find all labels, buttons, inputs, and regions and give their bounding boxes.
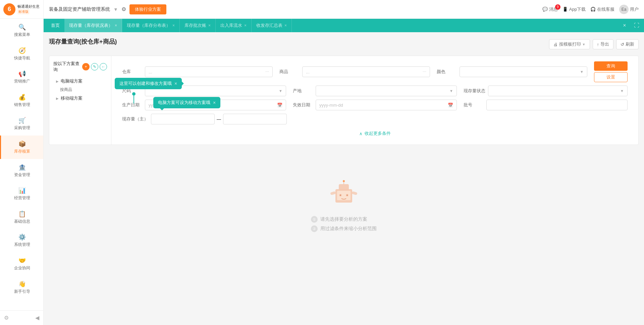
print-btn[interactable]: 🖨 按模板打印 ▼ (549, 39, 590, 49)
collapse-more-btn[interactable]: ∧ 收起更多条件 (122, 128, 628, 139)
color-field: 颜色 ▼ (437, 61, 587, 82)
main-content: 现存量查询(按仓库+商品) 🖨 按模板打印 ▼ ↑ 导出 ↺ 刷新 按以下方案查… (44, 32, 644, 325)
stock-main-from[interactable] (151, 114, 215, 124)
print-icon: 🖨 (553, 42, 558, 47)
sales-icon: 💰 (18, 94, 26, 101)
sidebar-item-label-purchase: 采购管理 (14, 125, 30, 131)
tab-close-collection-summary[interactable]: × (284, 23, 287, 28)
tooltip-bubble-1: 电脑方案可设为移动方案哦 × (153, 97, 220, 108)
tab-inventory-status-label: 现存量（库存状况表） (69, 22, 113, 29)
scheme-desktop[interactable]: ▶ 电脑端方案 (53, 77, 107, 86)
filter-area: 按以下方案查询 + ✎ ← ▶ 电脑端方案 按商品 ▶ 移动端方案 (49, 56, 639, 145)
scheme-mobile[interactable]: ▶ 移动端方案 (53, 94, 107, 103)
goods-label: 商品 (279, 69, 300, 75)
batch-field: 批号 (464, 100, 628, 110)
tab-inventory-status[interactable]: 现存量（库存状况表） × (64, 19, 122, 32)
scheme-desktop-label: 电脑端方案 (61, 78, 83, 84)
stock-main-to[interactable] (223, 114, 287, 124)
svg-rect-9 (330, 191, 336, 195)
logo-text: 畅通通好生意 标准版 (17, 4, 40, 14)
tab-collection-summary[interactable]: 收发存汇总表 × (252, 19, 292, 32)
system-title: 装备及固定资产辅助管理系统 (49, 6, 110, 12)
sidebar-item-label-marketing: 营销推广 (14, 79, 30, 84)
app-download-btn[interactable]: 📱 App下载 (562, 6, 586, 12)
sidebar-item-inventory[interactable]: 📦 库存核算 (0, 136, 43, 159)
scheme-sub-item[interactable]: 按商品 (53, 87, 107, 93)
expiry-date-label: 失效日期 (293, 102, 313, 108)
export-btn-label: 导出 (600, 41, 609, 47)
expiry-date-calendar-icon: 📅 (448, 103, 453, 108)
sidebar-item-purchase[interactable]: 🛒 采购管理 (0, 112, 43, 136)
sidebar-item-marketing[interactable]: 📢 营销推广 (0, 65, 43, 89)
settings-btn[interactable]: 设置 (594, 72, 628, 82)
sidebar-item-sales[interactable]: 💰 销售管理 (0, 89, 43, 112)
tooltip-bubble-2: 这里可以创建和修改方案哦 × (115, 78, 182, 89)
tab-batch-account[interactable]: 库存批次账 × (180, 19, 216, 32)
sidebar-item-guide[interactable]: 👋 新手引导 (0, 276, 43, 299)
dropdown-arrow-icon[interactable]: ▼ (113, 7, 118, 12)
message-btn[interactable]: 💬 消息 9 (542, 6, 558, 12)
sidebar-item-management[interactable]: 📊 经营管理 (0, 182, 43, 206)
step2-num: ② (311, 225, 318, 232)
sidebar-item-basic[interactable]: 📋 基础信息 (0, 206, 43, 229)
refresh-btn-label: 刷新 (626, 41, 634, 47)
quicknav-icon: 🧭 (18, 47, 26, 54)
tab-inout-flow[interactable]: 出入库流水 × (216, 19, 252, 32)
tab-expand-btn[interactable]: ⛶ (632, 21, 641, 30)
filter-btn-group: + ✎ ← (82, 63, 107, 70)
goods-select[interactable]: ... ⋯ (302, 66, 430, 77)
header-gear-icon[interactable]: ⚙ (121, 6, 126, 12)
color-select[interactable]: ▼ (460, 66, 587, 77)
management-icon: 📊 (18, 187, 26, 194)
step2-text: 用过滤条件来缩小分析范围 (320, 226, 377, 232)
message-icon: 💬 (542, 7, 548, 12)
tab-home[interactable]: 首页 (46, 19, 64, 32)
collapse-btn-label: 收起更多条件 (365, 130, 391, 137)
filter-header: 按以下方案查询 + ✎ ← (53, 61, 107, 73)
search-btn[interactable]: 查询 (594, 61, 628, 71)
sidebar-item-system[interactable]: ⚙️ 系统管理 (0, 229, 43, 252)
refresh-btn[interactable]: ↺ 刷新 (616, 39, 639, 49)
tab-inventory-dist[interactable]: 现存量（库存分布表） × (122, 19, 180, 32)
tab-close-all-btn[interactable]: × (620, 21, 629, 30)
tooltip1-close-btn[interactable]: × (213, 100, 216, 105)
step1-num: ① (311, 216, 318, 223)
origin-select[interactable]: ▼ (316, 86, 457, 96)
dot-connector-1 (132, 92, 136, 104)
add-scheme-btn[interactable]: + (82, 63, 90, 70)
user-area[interactable]: Ea 用户 (619, 5, 639, 14)
tab-close-batch-account[interactable]: × (208, 23, 211, 28)
sidebar-item-label-sales: 销售管理 (14, 102, 30, 108)
edit-scheme-btn[interactable]: ✎ (91, 63, 98, 70)
stock-status-select[interactable]: ▼ (488, 86, 628, 96)
collapse-sidebar-btn[interactable]: ◀ (35, 315, 39, 321)
inventory-icon: 📦 (18, 140, 26, 148)
tooltip2-close-btn[interactable]: × (174, 81, 177, 86)
sidebar-item-search[interactable]: 🔍 搜索菜单 (0, 19, 43, 42)
back-btn[interactable]: ← (100, 63, 107, 70)
header: 装备及固定资产辅助管理系统 ▼ ⚙ 体验行业方案 💬 消息 9 📱 App下载 … (44, 0, 644, 19)
tab-close-inventory-status[interactable]: × (115, 23, 117, 28)
color-arrow-icon: ▼ (580, 70, 584, 74)
filter-title: 按以下方案查询 (53, 61, 79, 73)
tab-batch-account-label: 库存批次账 (184, 22, 206, 29)
tooltip1-text: 电脑方案可设为移动方案哦 (158, 100, 210, 106)
batch-input[interactable] (486, 100, 628, 110)
sidebar-item-finance[interactable]: 🏦 资金管理 (0, 159, 43, 182)
sidebar-item-quicknav[interactable]: 🧭 快捷导航 (0, 42, 43, 66)
collapse-chevron-icon: ∧ (359, 131, 363, 136)
online-support-btn[interactable]: 🎧 在线客服 (590, 6, 614, 12)
origin-arrow-icon: ▼ (449, 89, 453, 93)
tab-close-inout-flow[interactable]: × (244, 23, 247, 28)
sidebar-item-enterprise[interactable]: 🤝 企业协同 (0, 252, 43, 276)
industry-btn[interactable]: 体验行业方案 (129, 4, 166, 14)
refresh-icon: ↺ (621, 42, 624, 47)
warehouse-select[interactable]: ... ⋯ (145, 66, 273, 77)
tab-close-inventory-dist[interactable]: × (172, 23, 175, 28)
stock-status-field: 现存量状态 ▼ (464, 86, 628, 96)
goods-arrow-icon: ⋯ (423, 70, 426, 74)
expiry-date-input[interactable]: yyyy-mm-dd 📅 (316, 100, 457, 110)
search-actions: 查询 设置 (594, 61, 628, 82)
settings-bottom-btn[interactable]: ⚙ (4, 315, 9, 321)
export-btn[interactable]: ↑ 导出 (593, 39, 614, 49)
